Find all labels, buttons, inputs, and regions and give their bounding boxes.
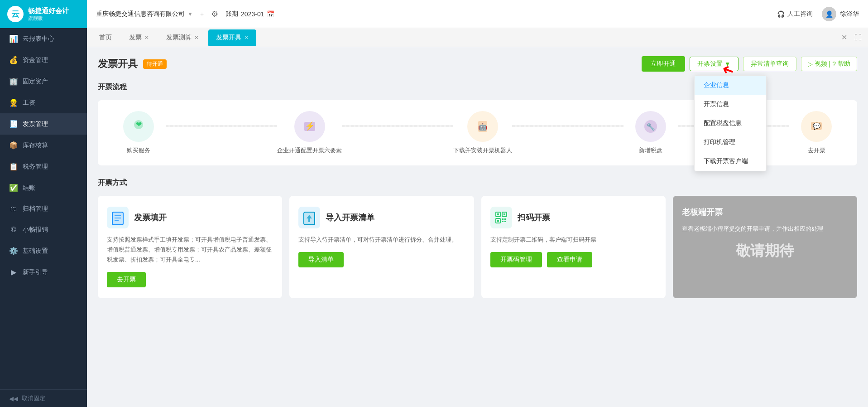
topbar-right: 🎧 人工咨询 👤 徐泽华 [777,7,859,21]
tabbar: 首页 发票 ✕ 发票测算 ✕ 发票开具 ✕ ✕ ⛶ [87,28,868,47]
sidebar-item-fapiao[interactable]: 🧾 发票管理 [0,113,87,135]
method-card-scan: 扫码开票 支持定制开票二维码，客户端可扫码开票 开票码管理 查看申请 [481,196,666,298]
view-apply-btn[interactable]: 查看申请 [547,252,592,267]
gongzi-icon: 👷 [9,98,18,107]
user-name: 徐泽华 [840,10,859,18]
sidebar-item-label: 新手引导 [23,268,48,276]
period-value: 2023-01 [241,10,264,18]
dropdown-item-xiazai[interactable]: 下载开票客户端 [695,152,766,171]
xinshou-icon: ▶ [9,268,18,276]
logo-icon: 云 [7,6,24,22]
scan-code-btn[interactable]: 开票码管理 [490,252,542,267]
boss-card-desc: 查看老板端小程序提交的开票申请，并作出相应的处理 [682,224,848,234]
sidebar-item-zijin[interactable]: 💰 资金管理 [0,49,87,71]
sidebar-scroll: 📊 云报表中心 💰 资金管理 🏢 固定资产 👷 工资 🧾 发票管理 📦 库存核算… [0,28,87,389]
help-button[interactable]: ▷ 视频 | ? 帮助 [801,57,857,71]
sidebar-item-label: 归档管理 [23,205,48,213]
consult-button[interactable]: 🎧 人工咨询 [777,10,813,18]
tab-fapiaocesuan-close[interactable]: ✕ [194,34,199,41]
sidebar-item-label: 发票管理 [23,120,48,128]
jichu-icon: ⚙️ [9,247,18,255]
page-content: 发票开具 待开通 立即开通 开票设置 ▼ 异常清单查询 ▷ 视频 | ? [87,47,868,407]
app-sub: 旗舰版 [28,15,69,22]
sidebar-logo: 云 畅捷通好会计 旗舰版 [0,0,87,28]
svg-rect-10 [112,212,123,225]
method-scan-header: 扫码开票 [490,207,657,228]
sidebar-item-jichu[interactable]: ⚙️ 基础设置 [0,240,87,262]
scan-card-footer: 开票码管理 查看申请 [490,252,657,267]
scan-card-desc: 支持定制开票二维码，客户端可扫码开票 [490,235,657,245]
tab-fapiaocesuan[interactable]: 发票测算 ✕ [158,29,206,46]
fill-card-icon [107,207,129,228]
help-label: 帮助 [838,60,850,68]
sidebar-bottom-action[interactable]: ◀◀ 取消固定 [0,389,87,407]
qukaipiao-label: 去开票 [808,146,825,155]
tab-fapiaokaiju-close[interactable]: ✕ [244,34,249,41]
maximize-btn[interactable]: ⛶ [853,32,863,44]
boss-overlay-text: 敬请期待 [682,241,848,261]
tab-fapiao[interactable]: 发票 ✕ [121,29,157,46]
sidebar-item-shuiwu[interactable]: 📋 税务管理 [0,156,87,177]
sidebar-item-jiezhang[interactable]: ✅ 结账 [0,177,87,199]
svg-text:❤: ❤ [136,121,142,128]
kaipiao-label: 开票信息 [704,100,729,107]
dropdown-item-peizhi[interactable]: 配置税盘信息 [695,114,766,133]
tab-fapiaokaiju[interactable]: 发票开具 ✕ [208,29,256,46]
sidebar-item-label: 结账 [23,184,35,192]
period-text: 账期 [225,10,238,18]
flow-connector-2 [342,126,453,140]
tab-home[interactable]: 首页 [91,29,120,46]
svg-rect-27 [504,221,506,222]
sidebar-item-label: 固定资产 [23,78,48,86]
import-card-desc: 支持导入待开票清单，可对待开票清单进行拆分、合并处理。 [298,235,465,245]
sidebar-item-label: 库存核算 [23,141,48,150]
settings-icon[interactable]: ⚙ [211,9,218,19]
tab-home-label: 首页 [99,34,112,42]
flow-step-xiazai: 🤖 下载并安装开票机器人 [453,111,512,155]
sidebar-item-xiaochang[interactable]: © 小畅报销 [0,219,87,240]
scan-card-title: 扫码开票 [518,212,550,223]
sidebar-item-xinshou[interactable]: ▶ 新手引导 [0,262,87,283]
sidebar-item-guidang[interactable]: 🗂 归档管理 [0,199,87,219]
method-fill-header: 发票填开 [107,207,273,228]
divider: | [829,60,831,68]
sidebar-item-gongzi[interactable]: 👷 工资 [0,92,87,113]
xiazai-icon: 🤖 [467,111,498,142]
fill-card-title: 发票填开 [134,212,167,223]
activate-button[interactable]: 立即开通 [642,56,685,72]
user-avatar: 👤 [822,7,836,21]
svg-text:🔧: 🔧 [646,122,655,131]
tab-fapiao-close[interactable]: ✕ [144,34,149,41]
flow-step-qiyekaipiao: ⚡ 企业开通配置开票六要素 [277,111,342,155]
abnormal-button[interactable]: 异常清单查询 [743,57,796,71]
cancel-fixed-icon: ◀◀ [9,395,18,402]
import-card-footer: 导入清单 [298,252,465,267]
svg-rect-23 [497,220,499,222]
svg-text:⚡: ⚡ [305,121,315,131]
consult-label: 人工咨询 [787,10,813,18]
xincheng-icon: 🔧 [635,111,666,142]
dropdown-item-dayinji[interactable]: 打印机管理 [695,133,766,152]
user-info[interactable]: 👤 徐泽华 [822,7,859,21]
settings-dropdown-menu: 企业信息 开票信息 配置税盘信息 打印机管理 下载开票客户端 ➜ [694,75,767,171]
method-boss-header: 老板端开票 [682,207,848,218]
gudingzichan-icon: 🏢 [9,77,18,86]
sidebar-item-kucun[interactable]: 📦 库存核算 [0,135,87,156]
methods-section: 开票方式 发票填开 支持按照发票样式手工填开发票；可开具增值税电子普通发票、增值… [98,178,857,298]
company-dropdown-icon: ▼ [187,11,193,17]
dropdown-item-kaipiao[interactable]: 开票信息 [695,95,766,114]
tabbar-actions: ✕ ⛶ [839,31,863,44]
tab-fapiaokaiju-label: 发票开具 [216,34,241,42]
flow-step-xincheng: 🔧 新增税盘 [623,111,678,155]
sidebar-item-yunbao[interactable]: 📊 云报表中心 [0,28,87,49]
method-card-fill: 发票填开 支持按照发票样式手工填开发票；可开具增值税电子普通发票、增值税普通发票… [98,196,282,298]
qiyekaipiao-icon: ⚡ [294,111,325,142]
import-card-btn[interactable]: 导入清单 [298,252,344,267]
fapiao-icon: 🧾 [9,120,18,128]
fill-card-btn[interactable]: 去开票 [107,272,146,287]
period-label: 账期 2023-01 📅 [225,10,274,18]
close-tab-btn[interactable]: ✕ [839,31,849,44]
company-selector[interactable]: 重庆畅捷交通信息咨询有限公司 ▼ [96,10,193,18]
question-icon: ? [832,60,836,68]
sidebar-item-gudingzichan[interactable]: 🏢 固定资产 [0,71,87,92]
